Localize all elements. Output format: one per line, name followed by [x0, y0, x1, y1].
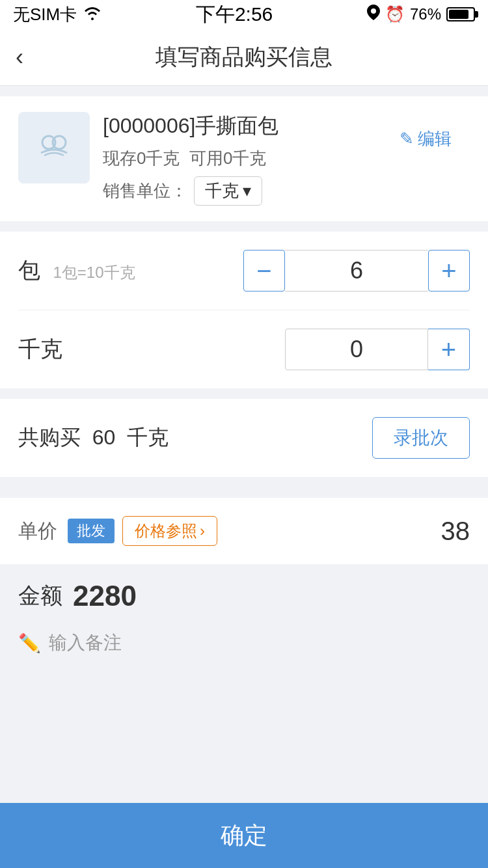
price-ref-button[interactable]: 价格参照 ›: [122, 516, 217, 546]
product-card: [0000006]手撕面包 现存0千克 可用0千克 销售单位： 千克 ▾ ✎ 编…: [0, 96, 488, 221]
edit-button[interactable]: ✎ 编辑: [400, 128, 452, 150]
wifi-icon: [83, 5, 102, 25]
alarm-icon: ⏰: [385, 5, 405, 23]
kg-plus-button[interactable]: +: [428, 329, 470, 370]
total-section: 共购买 60 千克 录批次: [0, 399, 488, 477]
price-value: 38: [441, 517, 470, 546]
unit-select[interactable]: 千克 ▾: [194, 176, 262, 206]
separator-2: [0, 477, 488, 487]
back-button[interactable]: ‹: [16, 44, 23, 71]
kg-label: 千克: [18, 334, 285, 364]
note-icon: ✏️: [18, 632, 41, 654]
price-section: 单价 批发 价格参照 › 38: [0, 498, 488, 564]
edit-icon: ✎: [400, 129, 414, 149]
separator-1: [0, 221, 488, 232]
time-display: 下午2:56: [196, 1, 273, 28]
page-title: 填写商品购买信息: [156, 42, 332, 72]
bag-qty-input[interactable]: [285, 250, 428, 292]
price-batch-tag: 批发: [68, 519, 115, 543]
product-info: [0000006]手撕面包 现存0千克 可用0千克 销售单位： 千克 ▾: [103, 112, 470, 206]
confirm-button-label: 确定: [221, 820, 267, 852]
kg-qty-input[interactable]: [285, 329, 428, 370]
amount-value: 2280: [73, 580, 137, 612]
total-label: 共购买 60 千克: [18, 424, 169, 452]
bag-qty-control: − +: [243, 250, 470, 292]
amount-label: 金额: [18, 581, 62, 611]
total-amount: 60: [92, 426, 116, 449]
status-right: ⏰ 76%: [367, 5, 475, 24]
unit-chevron-icon: ▾: [243, 181, 251, 201]
bag-label: 包 1包=10千克: [18, 256, 243, 286]
kg-qty-control: +: [285, 329, 470, 370]
bag-plus-button[interactable]: +: [428, 250, 470, 292]
product-thumbnail: [18, 112, 90, 183]
price-label: 单价: [18, 518, 57, 545]
product-stock: 现存0千克 可用0千克: [103, 147, 470, 170]
status-left: 无SIM卡: [13, 3, 102, 26]
battery-icon: [446, 7, 475, 21]
bag-minus-button[interactable]: −: [243, 250, 285, 292]
location-icon: [367, 5, 380, 24]
carrier-label: 无SIM卡: [13, 3, 77, 26]
nav-bar: ‹ 填写商品购买信息: [0, 29, 488, 86]
bag-input-row: 包 1包=10千克 − +: [18, 232, 470, 310]
amount-row: 金额 2280: [18, 580, 470, 612]
product-unit-row: 销售单位： 千克 ▾: [103, 176, 470, 206]
input-section: 包 1包=10千克 − + 千克 +: [0, 232, 488, 388]
status-bar: 无SIM卡 下午2:56 ⏰ 76%: [0, 0, 488, 29]
bag-hint: 1包=10千克: [53, 264, 135, 281]
batch-button[interactable]: 录批次: [372, 417, 470, 459]
battery-percent: 76%: [410, 5, 441, 23]
kg-input-row: 千克 +: [18, 310, 470, 388]
product-card-inner: [0000006]手撕面包 现存0千克 可用0千克 销售单位： 千克 ▾ ✎ 编…: [18, 112, 470, 206]
note-row: ✏️ 输入备注: [18, 623, 470, 671]
amount-section: 金额 2280 ✏️ 输入备注: [0, 564, 488, 671]
price-ref-arrow-icon: ›: [200, 522, 205, 540]
confirm-bar[interactable]: 确定: [0, 803, 488, 868]
product-thumb-icon: [34, 128, 74, 167]
note-placeholder[interactable]: 输入备注: [49, 631, 122, 655]
empty-space: [0, 671, 488, 803]
